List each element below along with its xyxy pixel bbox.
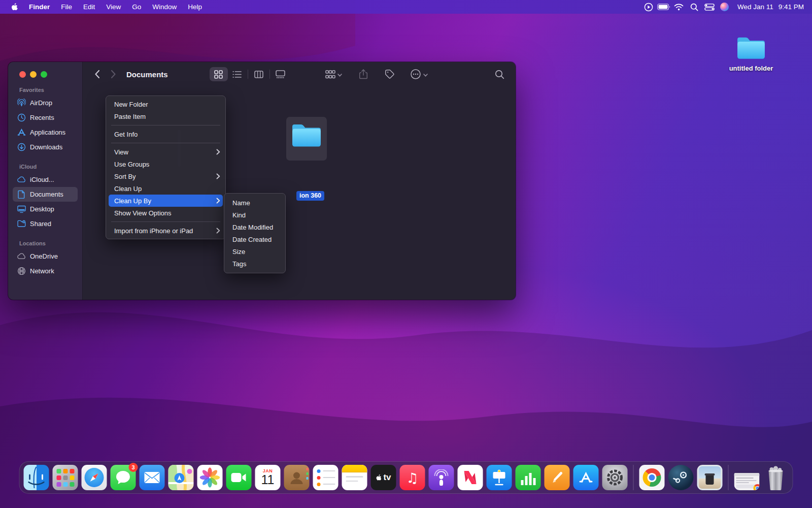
submenu-chevron-icon xyxy=(216,198,220,204)
context-menu-item-get-info[interactable]: Get Info xyxy=(106,128,225,140)
dock-icon-podcasts[interactable] xyxy=(429,465,454,490)
desktop-untitled-folder[interactable]: untitled folder xyxy=(727,35,775,72)
gallery-view-icon[interactable] xyxy=(272,67,290,81)
dock-icon-appstore[interactable] xyxy=(573,465,599,490)
submenu-item-date-modified[interactable]: Date Modified xyxy=(224,221,285,233)
dock-icon-calendar[interactable]: JAN11 xyxy=(255,465,281,490)
document-icon xyxy=(17,190,26,199)
sidebar-item-desktop[interactable]: Desktop xyxy=(13,202,78,216)
share-icon[interactable] xyxy=(355,67,371,81)
sidebar-item-documents[interactable]: Documents xyxy=(13,187,78,202)
dock-icon-contacts[interactable] xyxy=(284,465,310,490)
search-icon[interactable] xyxy=(491,67,509,81)
context-menu-item-paste-item[interactable]: Paste Item xyxy=(106,110,225,122)
tags-icon[interactable] xyxy=(381,67,399,81)
dock-icon-appletv[interactable]: tv xyxy=(371,465,396,490)
menu-item-label: Paste Item xyxy=(114,113,220,120)
close-window-button[interactable] xyxy=(19,71,26,78)
context-menu-item-clean-up-by[interactable]: Clean Up By xyxy=(109,195,223,207)
context-menu-item-use-groups[interactable]: Use Groups xyxy=(106,158,225,170)
menubar-menu-edit[interactable]: Edit xyxy=(78,0,100,14)
clock-time: 9:41 PM xyxy=(779,3,804,11)
dock-icon-keynote[interactable] xyxy=(487,465,512,490)
menu-item-label: Clean Up By xyxy=(114,197,216,205)
toolbar-divider xyxy=(269,70,270,79)
dock-icon-systemprefs[interactable] xyxy=(602,465,628,490)
dock-icon-reminders[interactable] xyxy=(313,465,339,490)
list-view-icon[interactable] xyxy=(228,67,246,81)
menubar-menu-finder[interactable]: Finder xyxy=(23,0,55,14)
zoom-window-button[interactable] xyxy=(41,71,47,78)
dock-icon-numbers[interactable] xyxy=(516,465,541,490)
sidebar-item-label: OneDrive xyxy=(30,252,58,260)
forward-button[interactable] xyxy=(106,67,120,81)
dock-icon-launchpad[interactable] xyxy=(53,465,78,490)
context-menu-item-view[interactable]: View xyxy=(106,146,225,158)
sidebar-item-recents[interactable]: Recents xyxy=(13,110,78,125)
menu-item-label: Date Modified xyxy=(232,224,280,231)
grid-view-icon[interactable] xyxy=(210,67,228,81)
more-options-icon[interactable] xyxy=(406,67,432,81)
group-by-icon[interactable] xyxy=(321,67,346,81)
context-menu-item-new-folder[interactable]: New Folder xyxy=(106,98,225,110)
context-menu-item-sort-by[interactable]: Sort By xyxy=(106,170,225,182)
submenu-item-tags[interactable]: Tags xyxy=(224,258,285,270)
dock-icon-news[interactable] xyxy=(458,465,483,490)
dock-icon-trash[interactable] xyxy=(763,465,789,490)
dock-icon-safari[interactable] xyxy=(82,465,107,490)
sidebar-item-label: AirDrop xyxy=(30,99,52,107)
dock-icon-maps[interactable] xyxy=(168,465,194,490)
sidebar-item-label: Downloads xyxy=(30,143,62,151)
spotlight-search-icon[interactable] xyxy=(687,2,702,13)
menubar-menu-go[interactable]: Go xyxy=(126,0,147,14)
dock-icon-steam[interactable] xyxy=(668,465,694,490)
dock-icon-pages[interactable] xyxy=(545,465,570,490)
submenu-item-name[interactable]: Name xyxy=(224,197,285,209)
dock-icon-photos[interactable] xyxy=(197,465,223,490)
context-menu-item-show-view-options[interactable]: Show View Options xyxy=(106,207,225,219)
submenu-chevron-icon xyxy=(216,149,220,155)
sidebar-item-label: Network xyxy=(30,267,54,275)
sidebar-item-shared[interactable]: Shared xyxy=(13,216,78,231)
dock-icon-finder[interactable] xyxy=(24,465,49,490)
sidebar-item-airdrop[interactable]: AirDrop xyxy=(13,96,78,110)
battery-icon[interactable] xyxy=(656,2,671,13)
menu-bar-clock[interactable]: Wed Jan 11 9:41 PM xyxy=(737,3,804,11)
play-circle-icon[interactable] xyxy=(641,2,656,13)
sidebar-item-downloads[interactable]: Downloads xyxy=(13,140,78,154)
apple-logo-icon[interactable] xyxy=(7,3,22,12)
finder-sidebar: FavoritesAirDropRecentsApplicationsDownl… xyxy=(8,62,83,300)
menubar-menu-help[interactable]: Help xyxy=(182,0,208,14)
submenu-item-date-created[interactable]: Date Created xyxy=(224,233,285,245)
dock-icon-minwindow[interactable] xyxy=(734,465,760,490)
sidebar-item-applications[interactable]: Applications xyxy=(13,125,78,140)
dock-icon-facetime[interactable] xyxy=(226,465,252,490)
menubar-menu-file[interactable]: File xyxy=(55,0,78,14)
submenu-item-kind[interactable]: Kind xyxy=(224,209,285,221)
dock-icon-music[interactable]: ♫ xyxy=(400,465,425,490)
minimize-window-button[interactable] xyxy=(30,71,37,78)
folder-icon xyxy=(290,121,323,151)
menu-item-label: Sort By xyxy=(114,173,216,180)
sidebar-item-network[interactable]: Network xyxy=(13,264,78,278)
columns-view-icon[interactable] xyxy=(250,67,268,81)
dock-icon-mail[interactable] xyxy=(140,465,165,490)
menu-item-label: Date Created xyxy=(232,236,280,243)
back-button[interactable] xyxy=(90,67,104,81)
dock-icon-notes[interactable] xyxy=(342,465,367,490)
wifi-icon[interactable] xyxy=(671,2,687,13)
menubar-menu-window[interactable]: Window xyxy=(147,0,182,14)
context-menu-item-clean-up[interactable]: Clean Up xyxy=(106,182,225,195)
control-center-icon[interactable] xyxy=(702,2,717,13)
menubar-menu-view[interactable]: View xyxy=(100,0,126,14)
dock-icon-imageapp[interactable] xyxy=(697,465,723,490)
context-menu-item-import-from-iphone-or-ipad[interactable]: Import from iPhone or iPad xyxy=(106,225,225,237)
siri-icon[interactable] xyxy=(717,2,732,13)
dock-icon-messages[interactable]: 3 xyxy=(111,465,136,490)
window-controls xyxy=(8,67,82,78)
menu-item-label: View xyxy=(114,148,216,156)
submenu-item-size[interactable]: Size xyxy=(224,245,285,258)
sidebar-item-onedrive[interactable]: OneDrive xyxy=(13,249,78,264)
sidebar-item-icloud[interactable]: iCloud... xyxy=(13,172,78,187)
dock-icon-chrome[interactable] xyxy=(639,465,665,490)
